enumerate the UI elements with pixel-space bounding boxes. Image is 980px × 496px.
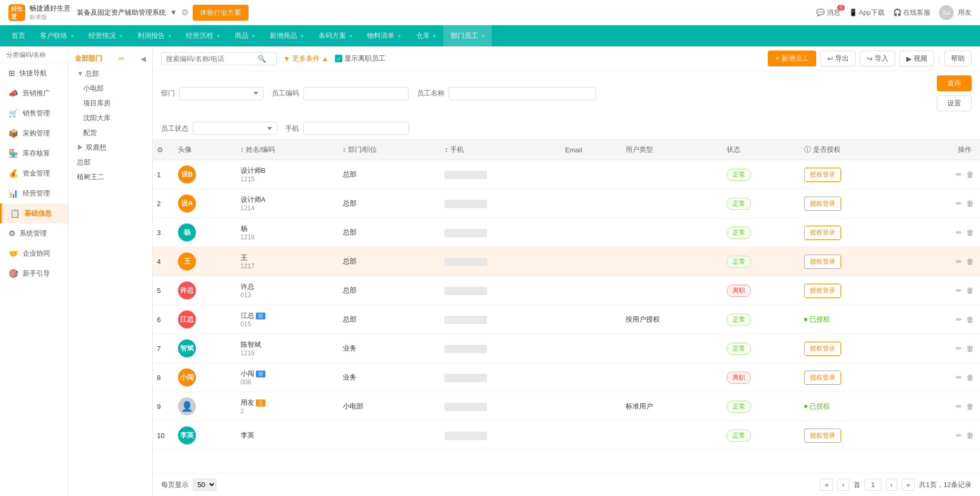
first-page-btn[interactable]: « — [820, 479, 833, 491]
nav-item-basic[interactable]: 📋 基础信息 — [0, 203, 68, 223]
close-icon[interactable]: × — [119, 33, 122, 39]
import-btn[interactable]: ↪ 导入 — [860, 51, 895, 66]
tab-operation[interactable]: 经营情况 × — [81, 25, 130, 46]
nav-item-system[interactable]: ⚙ 系统管理 — [0, 223, 68, 244]
dept-item-zhishu[interactable]: 植树王二 — [68, 170, 152, 184]
dept-collapse-btn[interactable]: ◀ — [141, 55, 146, 63]
auth-btn[interactable]: 授权登录 — [804, 342, 841, 356]
add-employee-btn[interactable]: + 新增员工 — [768, 51, 816, 66]
auth-btn[interactable]: 授权登录 — [804, 226, 841, 240]
auth-btn[interactable]: 授权登录 — [804, 371, 841, 385]
delete-btn[interactable]: 🗑 — [964, 169, 976, 180]
nav-item-operation[interactable]: 📊 经营管理 — [0, 183, 68, 203]
delete-btn[interactable]: 🗑 — [964, 372, 976, 383]
col-setting[interactable]: ⚙ — [153, 140, 174, 160]
dept-item-project[interactable]: 项目库房 — [68, 96, 152, 111]
show-resign-checkbox[interactable]: ✓ 显示离职员工 — [335, 54, 385, 63]
edit-btn[interactable]: ✏ — [954, 285, 964, 296]
nav-item-inventory[interactable]: 🏪 库存核算 — [0, 143, 68, 163]
edit-btn[interactable]: ✏ — [954, 227, 964, 238]
close-icon[interactable]: × — [481, 33, 484, 39]
dept-item-shenyang[interactable]: 沈阳大库 — [68, 111, 152, 125]
col-name[interactable]: ↕ 姓名/编码 — [236, 140, 339, 160]
edit-btn[interactable]: ✏ — [954, 343, 964, 354]
close-icon[interactable]: × — [168, 33, 171, 39]
tab-home[interactable]: 首页 — [4, 25, 33, 46]
edit-btn[interactable]: ✏ — [954, 430, 964, 441]
close-icon[interactable]: × — [300, 33, 303, 39]
edit-btn[interactable]: ✏ — [954, 198, 964, 209]
nav-item-guide[interactable]: 🎯 新手引导 — [0, 264, 68, 284]
phone-input[interactable] — [303, 122, 409, 135]
edit-btn[interactable]: ✏ — [954, 169, 964, 180]
sys-title-dropdown[interactable]: ▼ — [170, 8, 177, 16]
edit-btn[interactable]: ✏ — [954, 314, 964, 325]
close-icon[interactable]: × — [398, 33, 401, 39]
tab-staff[interactable]: 部门员工 × — [443, 25, 492, 46]
delete-btn[interactable]: 🗑 — [964, 198, 976, 209]
delete-btn[interactable]: 🗑 — [964, 430, 976, 441]
tab-customer[interactable]: 客户联络 × — [33, 25, 81, 46]
tab-goods[interactable]: 商品 × — [227, 25, 262, 46]
tab-profit[interactable]: 利润报告 × — [130, 25, 179, 46]
page-size-select[interactable]: 50 — [193, 479, 216, 491]
edit-btn[interactable]: ✏ — [954, 372, 964, 383]
emp-name-input[interactable] — [449, 87, 596, 100]
delete-btn[interactable]: 🗑 — [964, 285, 976, 296]
close-icon[interactable]: × — [252, 33, 255, 39]
close-icon[interactable]: × — [433, 33, 436, 39]
auth-btn[interactable]: 授权登录 — [804, 429, 841, 443]
settings-icon[interactable]: ⚙ — [181, 7, 189, 17]
auth-btn[interactable]: 授权登录 — [804, 168, 841, 182]
nav-item-quick[interactable]: ⊞ 快捷导航 — [0, 63, 68, 83]
dept-all-label[interactable]: 全部部门 — [75, 54, 102, 63]
last-page-btn[interactable]: » — [902, 479, 915, 491]
edit-btn[interactable]: ✏ — [954, 401, 964, 412]
next-page-btn[interactable]: › — [886, 479, 897, 491]
edit-btn[interactable]: ✏ — [954, 256, 964, 267]
user-avatar[interactable]: Ea 用友 — [939, 5, 972, 20]
auth-btn[interactable]: 授权登录 — [804, 197, 841, 211]
delete-btn[interactable]: 🗑 — [964, 227, 976, 238]
help-btn[interactable]: 帮助 — [944, 51, 972, 66]
dept-select[interactable] — [179, 87, 263, 100]
view-btn[interactable]: ▶ 视频 — [899, 51, 934, 66]
delete-btn[interactable]: 🗑 — [964, 343, 976, 354]
dept-edit-icon[interactable]: ✏ — [118, 55, 124, 63]
delete-btn[interactable]: 🗑 — [964, 401, 976, 412]
nav-item-enterprise[interactable]: 🤝 企业协同 — [0, 244, 68, 264]
dept-item-peihuo[interactable]: 配货 — [68, 125, 152, 140]
search-input[interactable] — [166, 55, 254, 63]
tab-barcode[interactable]: 条码方案 × — [311, 25, 360, 46]
query-btn[interactable]: 查询 — [937, 75, 972, 91]
delete-btn[interactable]: 🗑 — [964, 314, 976, 325]
app-download-btn[interactable]: 📱 App下载 — [849, 8, 885, 17]
tab-warehouse[interactable]: 仓库 × — [409, 25, 443, 46]
auth-btn[interactable]: 授权登录 — [804, 284, 841, 298]
close-icon[interactable]: × — [216, 33, 220, 39]
close-icon[interactable]: × — [349, 33, 352, 39]
auth-btn[interactable]: 授权登录 — [804, 255, 841, 269]
dept-item-zongbu[interactable]: 总部 — [68, 155, 152, 170]
tab-bom[interactable]: 物料清单 × — [360, 25, 408, 46]
nav-item-purchase[interactable]: 📦 采购管理 — [0, 123, 68, 143]
nav-item-marketing[interactable]: 📣 营销推广 — [0, 83, 68, 103]
tab-history[interactable]: 经营历程 × — [179, 25, 227, 46]
set-btn[interactable]: 设置 — [937, 95, 972, 111]
status-select[interactable] — [193, 122, 277, 135]
dept-item-xiaodian[interactable]: 小电部 — [68, 81, 152, 96]
emp-code-input[interactable] — [303, 87, 409, 100]
service-btn[interactable]: 🎧 在线客服 — [893, 8, 931, 17]
export-btn[interactable]: ↩ 导出 — [820, 51, 856, 66]
msg-btn[interactable]: 💬 消息 6 — [816, 8, 840, 17]
try-btn[interactable]: 体验行业方案 — [193, 5, 249, 21]
col-phone[interactable]: ↕ 手机 — [440, 140, 561, 160]
tab-add-goods[interactable]: 新增商品 × — [262, 25, 311, 46]
prev-page-btn[interactable]: ‹ — [837, 479, 849, 491]
close-icon[interactable]: × — [71, 33, 74, 39]
dept-item-shuanglu[interactable]: ▶ 双鹿想 — [68, 140, 152, 155]
col-dept[interactable]: ↕ 部门/职位 — [339, 140, 441, 160]
nav-item-sales[interactable]: 🛒 销售管理 — [0, 103, 68, 123]
dept-item-general-hq[interactable]: ▼ 总部 — [68, 66, 152, 81]
nav-item-finance[interactable]: 💰 资金管理 — [0, 163, 68, 183]
